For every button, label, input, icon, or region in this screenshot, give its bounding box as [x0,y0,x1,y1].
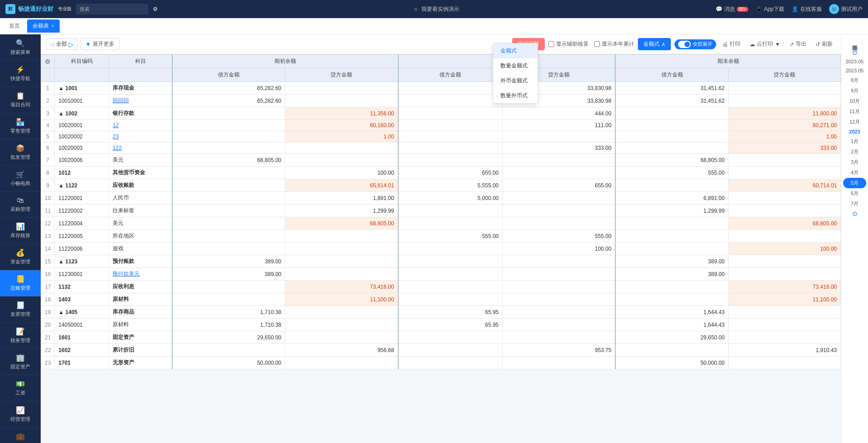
amount-mode-btn[interactable]: 金额式 ∧ [638,38,671,50]
search-arrow-right[interactable]: ▷ [69,41,74,48]
month-scroll-down[interactable]: ⊙ [851,209,859,218]
demo-label: 我要看实例演示 [421,5,459,13]
month-item[interactable]: 4月 [843,167,867,178]
title-search-text: 搜索 [80,6,90,13]
month-item[interactable]: 1月 [843,136,867,147]
refresh-btn[interactable]: ↺ 刷新 [813,38,835,50]
toggle-switch[interactable] [678,41,691,48]
amount-mode-wrapper: 金额式 ∧ [638,38,671,50]
table-cell: 11220001 [55,192,109,205]
table-cell [172,281,285,293]
table-cell: 2 [41,95,55,107]
account-search-box[interactable]: ◁ 全部 ▷ [46,38,78,50]
table-cell[interactable]: 122 [109,143,172,154]
sidebar-item-report[interactable]: 💼 小畅报销 [0,428,41,443]
sidebar-item-project[interactable]: 📋 项目合同 [0,87,41,113]
sidebar-label-salary: 工资 [3,390,38,396]
tab-close-icon[interactable]: × [52,24,54,29]
sidebar: 🔍 搜索菜单 ⚡ 快捷导航 📋 项目合同 🏪 零售管理 📦 批发管理 🛒 小畅电… [0,34,41,443]
table-row: 1611230001预付款美元389.00389.00 [41,268,841,281]
sidebar-item-capital[interactable]: 💰 资金管理 [0,244,41,270]
table-cell: 16 [41,268,55,281]
month-item[interactable]: 6月 [843,188,867,199]
col-settings[interactable]: ⚙ [41,55,55,68]
month-item[interactable]: 2023 [843,127,867,136]
month-item[interactable]: 7月 [843,199,867,209]
month-item[interactable]: 8月 [843,75,867,86]
tab-balance-sheet[interactable]: 余额表 × [27,19,60,33]
amount-mode-arrow: ∧ [661,41,665,48]
sidebar-item-retail[interactable]: 🏪 零售管理 [0,113,41,139]
table-row: 2014050001原材料1,710.3865.951,644.43 [41,319,841,331]
subsidiary-checkbox[interactable] [548,41,554,47]
ecommerce-icon: 🛒 [3,170,38,179]
table-cell[interactable]: 回回回 [109,95,172,107]
sidebar-item-business[interactable]: 📈 经营管理 [0,401,41,428]
table-cell: 固定资产 [109,331,172,344]
dropdown-item-amount[interactable]: 金额式 [493,43,538,58]
export-btn[interactable]: ↗ 导出 [787,38,809,50]
user-menu[interactable]: U 测试用户 [829,4,863,14]
wholesale-icon: 📦 [3,144,38,152]
sidebar-item-quicknav[interactable]: ⚡ 快捷导航 [0,61,41,87]
toolbar-left: ◁ 全部 ▷ ▼ 展开更多 [46,38,509,50]
table-cell: ▲ 1002 [55,107,109,120]
dropdown-item-qty-amount[interactable]: 数量金额式 [493,58,538,73]
table-cell [503,131,616,143]
table-cell [172,179,285,192]
top-bar-demo[interactable]: ○ 我要看实例演示 [414,5,459,13]
toggle-all-btn[interactable]: 全部展开 [675,39,716,49]
table-cell: 22 [41,344,55,357]
dropdown-item-qty-foreign[interactable]: 数量外币式 [493,88,538,103]
online-service-btn[interactable]: 👤 在线客服 [792,5,822,13]
sidebar-item-salary[interactable]: 💵 工资 [0,375,41,401]
table-cell: 11,100.00 [285,293,398,306]
app-download-btn[interactable]: 📱 App下载 [755,5,784,13]
table-cell: 美元 [109,217,172,230]
sidebar-item-ledger[interactable]: 📒 总账管理 [0,270,41,296]
table-cell [728,192,840,205]
month-item[interactable]: 2月 [843,147,867,157]
table-cell[interactable]: 23 [109,131,172,143]
ytd-checkbox[interactable] [594,41,600,47]
table-row: 3▲ 1002银行存款11,356.00444.0011,800.00 [41,107,841,120]
table-cell: 无形资产 [109,357,172,369]
table-cell: 4 [41,120,55,131]
sidebar-item-inventory[interactable]: 📊 库存核算 [0,218,41,244]
sidebar-item-ecommerce[interactable]: 🛒 小畅电商 [0,166,41,192]
cloud-print-btn[interactable]: ☁ 云打印 ▼ [747,38,783,50]
month-item[interactable]: 11月 [843,106,867,117]
sidebar-item-tax[interactable]: 📝 税务管理 [0,323,41,349]
month-item[interactable]: 9月 [843,86,867,96]
top-bar: 财 畅捷通好业财 专业版 搜索 ⚙ ○ 我要看实例演示 💬 消息 99+ 📱 A… [0,0,868,18]
table-cell [615,293,728,306]
sidebar-item-invoice[interactable]: 🧾 发票管理 [0,296,41,323]
table-cell: 444.00 [503,107,616,120]
month-item[interactable]: 3月 [843,157,867,167]
month-item[interactable]: 10月 [843,96,867,106]
month-item[interactable]: 2023.05 [843,66,867,75]
amount-mode-label: 金额式 [643,40,660,48]
dropdown-item-foreign-amount[interactable]: 外币金额式 [493,73,538,88]
month-item[interactable]: 12月 [843,117,867,127]
title-search[interactable]: 搜索 [76,4,148,14]
sidebar-item-assets[interactable]: 🏢 固定资产 [0,349,41,375]
table-cell[interactable]: 12 [109,120,172,131]
show-ytd-check[interactable]: 显示本年累计 [594,40,634,48]
table-cell[interactable]: 预付款美元 [109,268,172,281]
print-btn[interactable]: 🖨 打印 [720,38,743,50]
table-cell [503,167,616,179]
period-selector-title: 期间选择 [851,38,859,43]
show-subsidiary-check[interactable]: 显示辅助核算 [548,40,589,48]
settings-icon[interactable]: ⚙ [153,6,158,12]
settings-gear-icon[interactable]: ⚙ [45,58,51,65]
sidebar-item-search[interactable]: 🔍 搜索菜单 [0,34,41,61]
tab-home[interactable]: 首页 [4,19,25,33]
month-item[interactable]: 5月 [843,178,867,188]
message-btn[interactable]: 💬 消息 99+ [716,5,748,13]
expand-more-btn[interactable]: ▼ 展开更多 [80,38,119,50]
sidebar-item-wholesale[interactable]: 📦 批发管理 [0,139,41,166]
month-item[interactable]: 2023.05 [843,57,867,66]
month-scroll-up[interactable]: ⊙ [851,48,859,57]
sidebar-item-purchase[interactable]: 🛍 采购管理 [0,192,41,218]
